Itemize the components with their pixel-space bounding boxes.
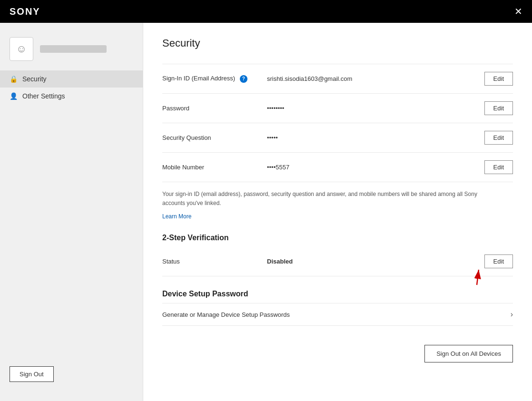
device-password-title: Device Setup Password [162,290,513,298]
shared-accounts-note: Your sign-in ID (email address), passwor… [162,190,486,208]
mobile-number-value: ••••5557 [267,164,484,171]
red-arrow-annotation [446,261,484,290]
profile-area: ☺ [0,32,143,70]
sidebar: ☺ 🔒 Security 👤 Other Settings Sign Out [0,23,143,401]
password-edit-button[interactable]: Edit [484,101,513,115]
mobile-number-row: Mobile Number ••••5557 Edit [162,153,513,182]
main-content: Security Sign-In ID (Email Address) ? sr… [143,23,532,401]
security-question-label: Security Question [162,134,267,141]
mobile-number-label: Mobile Number [162,164,267,171]
signin-id-label: Sign-In ID (Email Address) ? [162,75,267,83]
lock-icon: 🔒 [10,75,18,83]
avatar: ☺ [10,37,33,61]
two-step-section-title: 2-Step Verification [162,234,513,242]
svg-line-1 [477,270,479,285]
two-step-status-label: Status [162,258,267,265]
device-password-label: Generate or Manage Device Setup Password… [162,311,511,318]
main-layout: ☺ 🔒 Security 👤 Other Settings Sign Out S… [0,23,532,401]
signin-id-value: srishti.sisodia1603@gmail.com [267,75,484,82]
security-question-edit-button[interactable]: Edit [484,131,513,145]
sign-out-all-devices-button[interactable]: Sign Out on All Devices [424,345,513,362]
sidebar-item-other-settings-label: Other Settings [22,92,65,100]
sidebar-item-security[interactable]: 🔒 Security [0,70,143,88]
close-button[interactable]: ✕ [514,7,522,16]
password-label: Password [162,105,267,112]
app-header: SONY ✕ [0,0,532,23]
sidebar-nav: 🔒 Security 👤 Other Settings [0,70,143,357]
sidebar-item-security-label: Security [22,75,47,83]
learn-more-link[interactable]: Learn More [162,213,191,220]
sidebar-item-other-settings[interactable]: 👤 Other Settings [0,88,143,105]
sony-logo: SONY [10,6,40,17]
sign-out-area: Sign Out [0,357,143,391]
bottom-bar: Sign Out on All Devices [162,335,513,367]
avatar-icon: ☺ [16,43,27,55]
person-icon: 👤 [10,92,18,100]
signin-id-edit-button[interactable]: Edit [484,72,513,86]
chevron-right-icon: › [511,310,513,319]
device-password-section: Device Setup Password Generate or Manage… [162,290,513,326]
password-row: Password •••••••• Edit [162,94,513,123]
two-step-edit-button[interactable]: Edit [484,254,513,268]
learn-more-area: Learn More [162,212,513,220]
signin-id-row: Sign-In ID (Email Address) ? srishti.sis… [162,64,513,94]
page-title: Security [162,37,513,49]
sign-out-button[interactable]: Sign Out [10,366,54,382]
mobile-number-edit-button[interactable]: Edit [484,160,513,174]
security-question-value: ••••• [267,134,484,141]
password-value: •••••••• [267,105,484,112]
profile-name-placeholder [40,45,107,53]
help-icon[interactable]: ? [240,75,247,83]
two-step-status-row: Status Disabled Edit [162,247,513,276]
device-password-row[interactable]: Generate or Manage Device Setup Password… [162,303,513,326]
security-question-row: Security Question ••••• Edit [162,123,513,153]
